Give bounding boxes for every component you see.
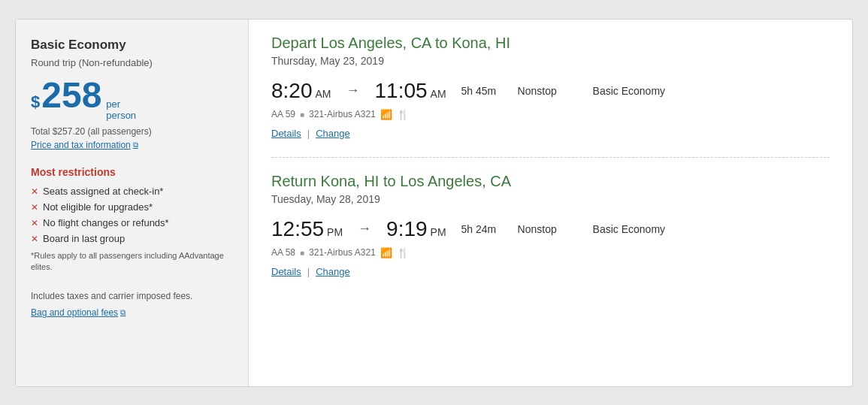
return-actions: Details | Change xyxy=(271,266,830,277)
external-link-icon: ⧉ xyxy=(133,141,138,150)
depart-section: Depart Los Angeles, CA to Kona, HI Thurs… xyxy=(271,35,830,158)
depart-time-period: AM xyxy=(316,88,331,100)
wifi-icon: 📶 xyxy=(380,109,392,120)
arrive-time-block: 11:05 AM xyxy=(375,79,446,103)
return-depart-time-value: 12:55 xyxy=(271,217,324,241)
return-details-link[interactable]: Details xyxy=(271,266,301,277)
depart-duration: 5h 45m xyxy=(461,85,503,97)
arrow-icon: → xyxy=(358,221,371,237)
left-panel: Basic Economy Round trip (Non-refundable… xyxy=(16,20,249,386)
return-section: Return Kona, HI to Los Angeles, CA Tuesd… xyxy=(271,173,830,295)
depart-flight-number: AA 59 xyxy=(271,109,295,119)
return-aircraft: 321-Airbus A321 xyxy=(309,247,376,258)
price-row: $ 258 perperson xyxy=(31,77,233,122)
return-arrive-time-period: PM xyxy=(431,226,446,238)
return-class: Basic Economy xyxy=(593,223,665,235)
return-nonstop: Nonstop xyxy=(518,223,578,235)
return-flight-number: AA 58 xyxy=(271,247,295,258)
depart-heading: Depart Los Angeles, CA to Kona, HI xyxy=(271,35,830,52)
restrictions-title: Most restrictions xyxy=(31,166,233,178)
depart-times-row: 8:20 AM → 11:05 AM 5h 45m Nonstop Basic … xyxy=(271,79,830,103)
restriction-4: ✕ Board in last group xyxy=(31,233,233,244)
price-per-person: perperson xyxy=(106,98,136,122)
x-icon: ✕ xyxy=(31,234,38,244)
depart-flight-details: AA 59 ■ 321-Airbus A321 📶 🍴 xyxy=(271,109,830,120)
restriction-2: ✕ Not eligible for upgrades* xyxy=(31,201,233,213)
depart-aircraft: 321-Airbus A321 xyxy=(309,109,376,119)
arrow-icon: → xyxy=(346,83,360,98)
restrictions-note: *Rules apply to all passengers including… xyxy=(31,250,233,274)
depart-class: Basic Economy xyxy=(593,85,665,97)
bag-fees-link[interactable]: Bag and optional fees ⧉ xyxy=(31,307,126,318)
depart-details-link[interactable]: Details xyxy=(271,128,301,139)
fare-title: Basic Economy xyxy=(31,38,233,53)
trip-type: Round trip (Non-refundable) xyxy=(31,57,233,68)
return-depart-time-block: 12:55 PM xyxy=(271,217,343,241)
wifi-icon: 📶 xyxy=(380,247,392,258)
depart-nonstop: Nonstop xyxy=(518,85,578,97)
price-amount: 258 xyxy=(41,77,101,113)
x-icon: ✕ xyxy=(31,202,38,213)
meal-icon: 🍴 xyxy=(397,109,409,120)
depart-time-value: 8:20 xyxy=(271,79,313,103)
return-change-link[interactable]: Change xyxy=(316,266,350,277)
depart-date: Thursday, May 23, 2019 xyxy=(271,55,830,67)
return-date: Tuesday, May 28, 2019 xyxy=(271,193,830,205)
x-icon: ✕ xyxy=(31,218,38,228)
x-icon: ✕ xyxy=(31,186,38,197)
return-flight-details: AA 58 ■ 321-Airbus A321 📶 🍴 xyxy=(271,247,830,258)
arrive-time-value: 11:05 xyxy=(375,79,428,103)
depart-actions: Details | Change xyxy=(271,128,830,139)
restriction-3: ✕ No flight changes or refunds* xyxy=(31,217,233,228)
return-arrive-time-block: 9:19 PM xyxy=(386,217,446,241)
return-arrive-time-value: 9:19 xyxy=(386,217,428,241)
total-price: Total $257.20 (all passengers) xyxy=(31,126,233,137)
return-depart-time-period: PM xyxy=(327,226,343,238)
depart-time-block: 8:20 AM xyxy=(271,79,331,103)
arrive-time-period: AM xyxy=(431,88,446,100)
return-heading: Return Kona, HI to Los Angeles, CA xyxy=(271,173,830,190)
booking-card: Basic Economy Round trip (Non-refundable… xyxy=(15,19,853,387)
restriction-1: ✕ Seats assigned at check-in* xyxy=(31,186,233,197)
depart-change-link[interactable]: Change xyxy=(316,128,350,139)
return-times-row: 12:55 PM → 9:19 PM 5h 24m Nonstop Basic … xyxy=(271,217,830,241)
price-dollar-sign: $ xyxy=(31,92,40,112)
external-link-icon: ⧉ xyxy=(120,308,126,317)
return-duration: 5h 24m xyxy=(461,223,503,235)
right-panel: Depart Los Angeles, CA to Kona, HI Thurs… xyxy=(249,20,852,386)
includes-text: Includes taxes and carrier imposed fees. xyxy=(31,291,233,301)
meal-icon: 🍴 xyxy=(397,247,409,258)
price-tax-link[interactable]: Price and tax information ⧉ xyxy=(31,140,138,150)
